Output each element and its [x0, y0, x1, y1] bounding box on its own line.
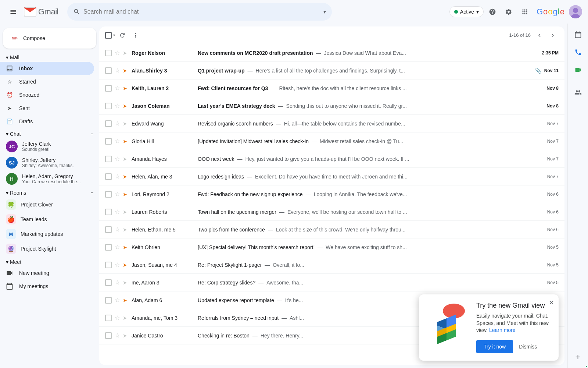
row-star-icon[interactable]: ☆	[115, 332, 120, 339]
popup-dismiss-button[interactable]: Dismiss	[519, 344, 537, 350]
email-row[interactable]: ☆ ➤ Lori, Raymond 2 Fwd: Feedback on the…	[99, 185, 564, 203]
chat-info-shirley: Shirley, Jeffery Shirley: Awesome, thank…	[22, 157, 88, 168]
select-caret[interactable]: ▾	[113, 33, 115, 37]
row-star-icon[interactable]: ☆	[115, 155, 120, 162]
room-item-project-clover[interactable]: 🍀 Project Clover	[0, 197, 94, 212]
row-star-icon[interactable]: ☆	[115, 102, 120, 109]
nav-item-snoozed[interactable]: ⏰ Snoozed	[0, 88, 94, 102]
email-row[interactable]: ☆ ➤ Roger Nelson New comments on MCR2020…	[99, 44, 564, 62]
row-star-icon[interactable]: ☆	[115, 120, 120, 127]
mail-section-label: ▾ Mail	[6, 54, 19, 60]
room-item-marketing[interactable]: M Marketing updates	[0, 227, 94, 241]
email-row[interactable]: ☆ ➤ me, Aaron 3 Re: Corp strategy slides…	[99, 274, 564, 291]
right-panel-people-icon[interactable]	[570, 84, 586, 100]
nav-item-inbox[interactable]: Inbox	[0, 62, 94, 75]
chat-item-helen[interactable]: H Helen, Adam, Gregory You: Can we resch…	[0, 171, 94, 187]
email-row[interactable]: ☆ ➤ Lauren Roberts Town hall on the upco…	[99, 203, 564, 221]
mail-section-header[interactable]: ▾ Mail	[0, 52, 99, 62]
help-button[interactable]	[485, 4, 500, 19]
apps-button[interactable]	[517, 4, 532, 19]
nav-item-sent[interactable]: ➤ Sent	[0, 102, 94, 115]
row-star-icon[interactable]: ☆	[115, 314, 120, 321]
row-star-icon[interactable]: ☆	[115, 297, 120, 304]
popup-learn-more-link[interactable]: Learn more	[489, 327, 516, 333]
rooms-section-header[interactable]: ▾ Rooms +	[0, 187, 99, 197]
email-row[interactable]: ☆ ➤ Gloria Hill [Updated invitation] Mid…	[99, 132, 564, 150]
room-name-marketing: Marketing updates	[21, 231, 63, 237]
next-page-button[interactable]	[547, 29, 559, 41]
search-expand-icon[interactable]: ▾	[323, 9, 326, 15]
right-panel-phone-icon[interactable]	[570, 44, 586, 60]
row-star-icon[interactable]: ☆	[115, 191, 120, 198]
row-checkbox[interactable]	[105, 244, 112, 251]
email-row[interactable]: ☆ ➤ Jason Coleman Last year's EMEA strat…	[99, 97, 564, 115]
search-input[interactable]	[83, 8, 320, 15]
room-item-project-skylight[interactable]: 🔮 Project Skylight	[0, 241, 94, 256]
row-star-icon[interactable]: ☆	[115, 261, 120, 268]
right-panel-meet-icon[interactable]	[570, 62, 586, 78]
email-row[interactable]: ☆ ➤ Helen, Ethan, me 5 Two pics from the…	[99, 221, 564, 238]
meet-section-header[interactable]: ▾ Meet	[0, 256, 99, 266]
row-checkbox[interactable]	[105, 297, 112, 304]
email-row[interactable]: ☆ ➤ Jason, Susan, me 4 Re: Project Skyli…	[99, 256, 564, 274]
row-checkbox[interactable]	[105, 173, 112, 180]
email-meta: Nov 8	[546, 103, 559, 109]
row-star-icon[interactable]: ☆	[115, 173, 120, 180]
email-row[interactable]: ☆ ➤ Alan..Shirley 3 Q1 project wrap-up —…	[99, 62, 564, 79]
row-checkbox[interactable]	[105, 209, 112, 215]
row-star-icon[interactable]: ☆	[115, 226, 120, 233]
calendar-icon	[6, 283, 13, 290]
row-star-icon[interactable]: ☆	[115, 244, 120, 251]
compose-button[interactable]: ✏ Compose	[3, 28, 96, 49]
row-star-icon[interactable]: ☆	[115, 208, 120, 215]
chat-section-header[interactable]: ▾ Chat +	[0, 128, 99, 138]
right-panel-calendar-icon[interactable]	[570, 26, 586, 43]
row-checkbox[interactable]	[105, 332, 112, 339]
chat-add-icon[interactable]: +	[91, 131, 93, 137]
row-star-icon[interactable]: ☆	[115, 67, 120, 74]
row-checkbox[interactable]	[105, 226, 112, 233]
room-item-team-leads[interactable]: 🍎 Team leads	[0, 212, 94, 227]
row-checkbox[interactable]	[105, 67, 112, 74]
email-row[interactable]: ☆ ➤ Amanda Hayes OOO next week — Hey, ju…	[99, 150, 564, 168]
rooms-add-icon[interactable]: +	[91, 190, 93, 195]
row-star-icon[interactable]: ☆	[115, 279, 120, 286]
right-panel-add-icon[interactable]: +	[570, 349, 586, 365]
row-checkbox[interactable]	[105, 191, 112, 198]
row-checkbox[interactable]	[105, 279, 112, 286]
row-checkbox[interactable]	[105, 262, 112, 268]
row-checkbox[interactable]	[105, 156, 112, 162]
nav-item-my-meetings[interactable]: My meetings	[0, 280, 94, 293]
select-all-checkbox[interactable]	[105, 32, 112, 39]
nav-item-starred[interactable]: ☆ Starred	[0, 75, 94, 88]
prev-page-button[interactable]	[534, 29, 545, 41]
menu-button[interactable]	[6, 4, 21, 19]
active-label: Active	[460, 9, 474, 15]
row-checkbox[interactable]	[105, 50, 112, 56]
email-row[interactable]: ☆ ➤ Keith Obrien [UX] Special delivery! …	[99, 238, 564, 256]
nav-item-drafts[interactable]: 📄 Drafts	[0, 115, 94, 128]
more-options-button[interactable]	[130, 29, 141, 41]
active-status-button[interactable]: Active ▾	[449, 6, 484, 17]
row-star-icon[interactable]: ☆	[115, 49, 120, 56]
chat-item-shirley[interactable]: SJ Shirley, Jeffery Shirley: Awesome, th…	[0, 155, 94, 171]
email-row[interactable]: ☆ ➤ Helen, Alan, me 3 Logo redesign idea…	[99, 168, 564, 185]
row-checkbox[interactable]	[105, 85, 112, 92]
row-checkbox[interactable]	[105, 120, 112, 127]
row-checkbox[interactable]	[105, 103, 112, 109]
settings-button[interactable]	[501, 4, 516, 19]
popup-close-button[interactable]: ✕	[549, 299, 554, 307]
user-avatar[interactable]	[569, 5, 582, 18]
email-content: Fwd: Client resources for Q3 — Ritesh, h…	[198, 85, 544, 91]
email-date: Nov 6	[547, 227, 559, 232]
row-checkbox[interactable]	[105, 138, 112, 145]
row-star-icon[interactable]: ☆	[115, 85, 120, 92]
row-checkbox[interactable]	[105, 315, 112, 321]
row-star-icon[interactable]: ☆	[115, 138, 120, 145]
refresh-button[interactable]	[116, 29, 128, 41]
email-row[interactable]: ☆ ➤ Edward Wang Revised organic search n…	[99, 115, 564, 132]
chat-item-jeffery[interactable]: JC Jeffery Clark Sounds great!	[0, 138, 94, 155]
nav-item-new-meeting[interactable]: New meeting	[0, 266, 94, 280]
popup-try-button[interactable]: Try it now	[476, 340, 513, 353]
email-row[interactable]: ☆ ➤ Keith, Lauren 2 Fwd: Client resource…	[99, 79, 564, 97]
